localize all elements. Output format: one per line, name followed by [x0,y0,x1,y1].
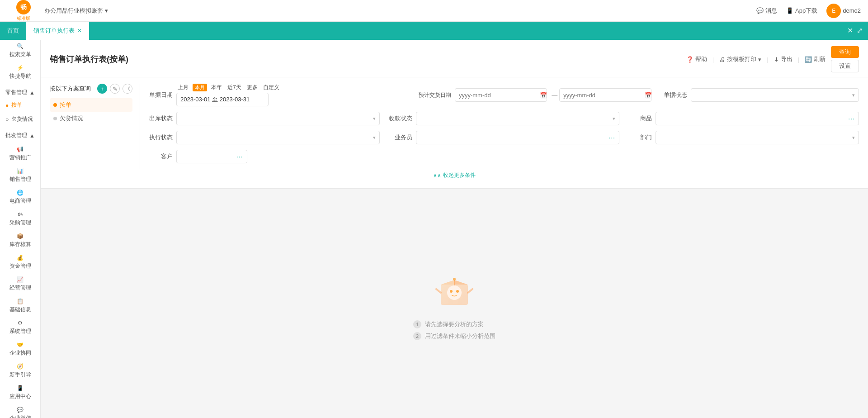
print-btn[interactable]: 🖨 按模板打印 ▾ [719,55,761,63]
edit-filter-btn[interactable]: ✎ [110,84,120,94]
tip-2-text: 用过滤条件来缩小分析范围 [425,332,495,340]
empty-icon-wrapper [432,266,477,313]
out-status-field: 出库状态 ▾ [147,112,380,125]
exp-date-end-wrapper: 📅 [559,88,654,102]
export-btn[interactable]: ⬇ 导出 [774,55,793,63]
sidebar-search-label: 搜索菜单 [9,51,31,58]
tab-expand-icon[interactable]: ⤢ [857,27,863,34]
product-input[interactable]: ··· [656,112,859,125]
logo-icon: 畅 [16,0,31,14]
sidebar-item-appstore[interactable]: 📱 应用中心 [0,382,40,404]
salesperson-input[interactable]: ··· [416,131,619,144]
sidebar-item-basic[interactable]: 📋 基础信息 [0,295,40,317]
tab-close-icon[interactable]: ✕ [77,28,82,34]
bill-status-select[interactable]: ▾ [691,88,859,102]
date-start-input[interactable] [176,93,269,106]
order-dot-icon: ● [5,102,9,109]
company-dropdown[interactable]: 办公用品行业模拟账套 ▾ [44,7,108,15]
bill-date-controls: 上月 本月 本年 近7天 更多 自定义 [176,84,410,106]
order-active-dot [53,103,57,107]
settings-button[interactable]: 设置 [831,60,859,72]
filter-option-order[interactable]: 按单 [50,98,132,112]
sidebar-item-wechat[interactable]: 💬 企业微信 [0,404,40,418]
add-filter-btn[interactable]: + [97,84,107,94]
help-btn[interactable]: ❓ 帮助 [686,55,707,63]
collapse-filter-btn[interactable]: 《 [123,84,132,94]
dept-arrow-icon: ▾ [852,135,855,141]
date-btn-this-year[interactable]: 本年 [210,84,223,91]
customer-dots-icon[interactable]: ··· [236,153,243,160]
svg-line-9 [468,289,472,293]
refresh-btn[interactable]: 🔄 刷新 [805,55,826,63]
date-btn-more[interactable]: 更多 [245,84,259,91]
tab-home[interactable]: 首页 [0,22,26,40]
sidebar-item-finance[interactable]: 💰 资金管理 [0,252,40,273]
customer-input[interactable]: ··· [176,150,247,163]
message-nav-item[interactable]: 💬 消息 [756,7,777,15]
sidebar-sub-order[interactable]: ● 按单 [0,98,40,112]
dept-select[interactable]: ▾ [656,131,859,144]
exp-date-start-wrapper: 📅 [455,88,550,102]
sidebar-enterprise-label: 企业协同 [9,349,31,357]
arrears-dot-icon: ○ [5,116,9,123]
sidebar-sub-arrears[interactable]: ○ 欠货情况 [0,112,40,126]
filter-form: 单据日期 上月 本月 本年 近7天 更多 自定义 [140,84,859,169]
sidebar-search[interactable]: 🔍 搜索菜单 [0,40,40,62]
filter-row-1: 单据日期 上月 本月 本年 近7天 更多 自定义 [147,84,859,106]
export-icon: ⬇ [774,56,779,63]
sidebar-item-ecommerce[interactable]: 🌐 电商管理 [0,186,40,208]
tab-sales-exec[interactable]: 销售订单执行表 ✕ [26,22,89,40]
date-btn-last-month[interactable]: 上月 [176,84,190,91]
sidebar-quick-nav[interactable]: ⚡ 快捷导航 [0,62,40,83]
exp-date-end-input[interactable] [559,88,651,102]
product-dots-icon[interactable]: ··· [848,115,855,122]
exec-status-select[interactable]: ▾ [176,131,380,144]
svg-point-4 [450,290,453,293]
bill-date-label: 单据日期 [147,91,173,99]
salesperson-field: 业务员 ··· [387,131,619,144]
purchase-icon: 🛍 [18,211,23,218]
svg-line-8 [436,289,441,293]
salesperson-dots-icon[interactable]: ··· [609,134,615,141]
date-btn-7days[interactable]: 近7天 [226,84,243,91]
sidebar-item-operations[interactable]: 📈 经营管理 [0,273,40,295]
content-area: 销售订单执行表(按单) ❓ 帮助 | 🖨 按模板打印 ▾ | ⬇ 导出 | [41,40,868,418]
sidebar-sub-arrears-label: 欠货情况 [11,115,33,123]
sidebar-item-purchase[interactable]: 🛍 采购管理 [0,208,40,230]
customer-label: 客户 [147,152,173,161]
sidebar-purchase-label: 采购管理 [9,219,31,227]
sidebar-item-system[interactable]: ⚙ 系统管理 [0,317,40,338]
sales-mgmt-icon: 📊 [17,168,24,174]
enterprise-icon: 🤝 [17,342,24,348]
query-action-col: 查询 设置 [831,46,859,72]
product-field: 商品 ··· [627,112,859,125]
svg-point-5 [456,290,459,293]
sidebar-newbie-label: 新手引导 [9,371,31,379]
collapse-bar[interactable]: ∧∧ 收起更多条件 [50,169,859,182]
app-download-nav-item[interactable]: 📱 App下载 [786,7,817,15]
sidebar-retail-group[interactable]: 零售管理 ▲ [0,85,40,98]
filter-option-arrears[interactable]: 欠货情况 [50,112,132,125]
user-profile[interactable]: E demo2 [826,4,861,18]
refresh-label: 刷新 [814,55,826,63]
out-status-select[interactable]: ▾ [176,112,380,125]
wholesale-expand-icon: ▲ [29,133,35,139]
date-badge-this-month[interactable]: 本月 [193,84,207,91]
sidebar-item-marketing[interactable]: 📢 营销推广 [0,143,40,165]
search-button[interactable]: 查询 [831,46,859,58]
filter-row-4: 客户 ··· [147,150,859,163]
payment-status-arrow-icon: ▾ [613,116,615,122]
payment-status-select[interactable]: ▾ [416,112,619,125]
sidebar-item-sales-mgmt[interactable]: 📊 销售管理 [0,165,40,186]
exp-date-start-input[interactable] [455,88,547,102]
sidebar-basic-label: 基础信息 [9,306,31,314]
sidebar-item-newbie[interactable]: 🧭 新手引导 [0,360,40,382]
sidebar-item-enterprise[interactable]: 🤝 企业协同 [0,338,40,360]
sidebar-item-inventory[interactable]: 📦 库存核算 [0,230,40,252]
date-btn-custom[interactable]: 自定义 [262,84,281,91]
sidebar-retail-label: 零售管理 [5,89,27,96]
help-icon: ❓ [686,56,693,63]
filter-layout: 按以下方案查询 + ✎ 《 按单 欠货情况 [50,84,859,169]
tab-minimize-icon[interactable]: ✕ [847,27,853,34]
sidebar-wholesale-group[interactable]: 批发管理 ▲ [0,128,40,141]
